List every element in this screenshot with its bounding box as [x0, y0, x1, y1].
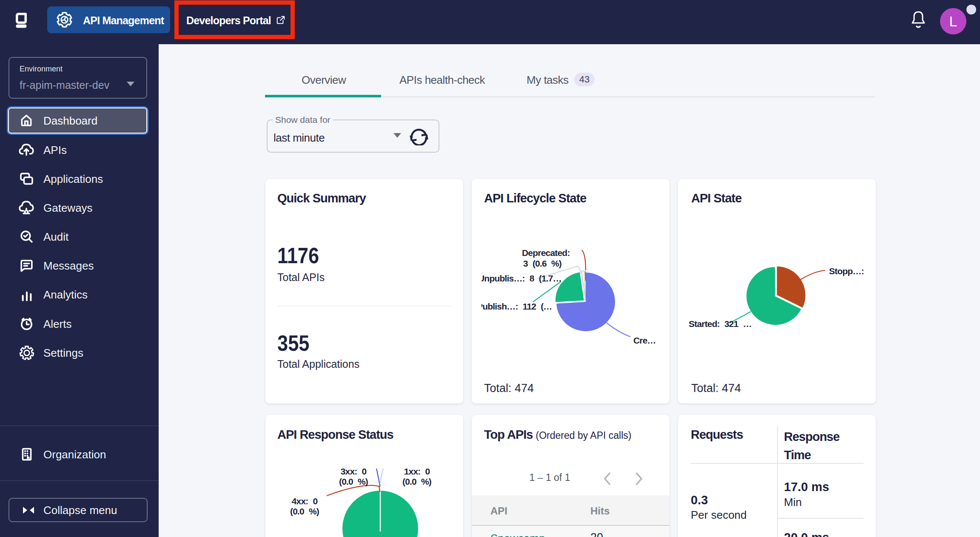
svg-text:Cre…: Cre…: [633, 335, 656, 345]
svg-text:(0.0 %): (0.0 %): [290, 506, 319, 516]
svg-text:Deprecated:: Deprecated:: [522, 248, 570, 258]
svg-text:(0.0 %): (0.0 %): [402, 477, 431, 486]
svg-text:4xx: 0: 4xx: 0: [292, 496, 318, 506]
svg-text:Stopp…:: Stopp…:: [829, 266, 864, 276]
svg-text:Publish…: 112 (…: Publish…: 112 (…: [481, 301, 552, 311]
svg-text:3xx: 0: 3xx: 0: [341, 466, 367, 476]
svg-text:(0.0 %): (0.0 %): [339, 477, 368, 486]
svg-text:Started: 321 …: Started: 321 …: [689, 319, 752, 329]
svg-text:1xx: 0: 1xx: 0: [404, 466, 430, 476]
svg-text:3 (0.6 %): 3 (0.6 %): [523, 259, 561, 268]
svg-text:Unpublis…: 8 (1.7…: Unpublis…: 8 (1.7…: [481, 273, 561, 283]
